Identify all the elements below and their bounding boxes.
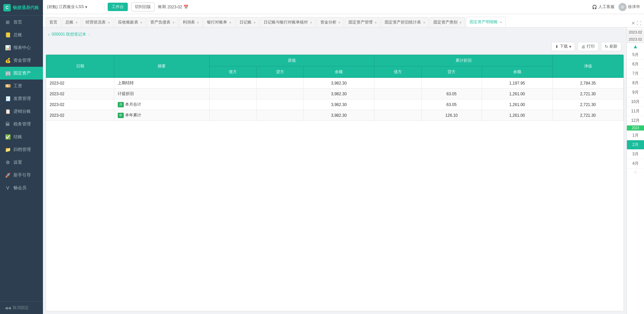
sidebar-item-vip[interactable]: V 畅会员 [0,181,43,194]
tab-fa-detail-label: 固定资产明细账 [470,19,498,25]
cell-net-value: 2,721.30 [552,110,623,121]
month-6[interactable]: 6月 [627,60,644,69]
workbench-button[interactable]: 工作台 [108,3,128,11]
sidebar-item-reports-label: 报表中心 [13,45,31,51]
close-all-icon[interactable]: ✕ [631,20,635,26]
month-11[interactable]: 11月 [627,107,644,116]
username: 徐泽华 [628,4,640,10]
tax-icon: 🏛 [5,121,11,127]
sidebar-item-closing[interactable]: ✅ 结账 [0,130,43,143]
tab-profit-close[interactable]: × [197,20,199,24]
tab-fa-category-close[interactable]: × [460,20,462,24]
tab-balance-sheet-close[interactable]: × [172,20,174,24]
month-4[interactable]: 4月 [627,159,644,168]
company-selector[interactable]: (劝勉) 江西服业-LSS ▾ [47,4,101,10]
tab-bank-statement-close[interactable]: × [229,20,231,24]
th-accum-debit: 借方 [374,66,421,78]
avatar: 徐 [619,3,627,11]
unpin-button[interactable]: ◀◀ 取消固定 [0,301,43,314]
tab-fa-depreciation-close[interactable]: × [423,20,425,24]
switch-version-button[interactable]: 切到旧版 [131,2,155,11]
sidebar-item-tax-label: 税务管理 [13,121,31,127]
cell-date: 2023-02 [46,89,114,99]
month-1[interactable]: 1月 [627,131,644,140]
breadcrumb-prev-icon[interactable]: ‹ [48,32,50,37]
breadcrumb-item[interactable]: 000001 联想笔记本 [52,32,86,37]
tab-profit[interactable]: 利润表 × [179,17,203,27]
month-5[interactable]: 5月 [627,50,644,60]
tab-fa-management-close[interactable]: × [375,20,377,24]
tab-fa-category[interactable]: 固定资产类别 × [430,17,465,27]
tab-business-status-close[interactable]: × [108,20,110,24]
tab-aging-close[interactable]: × [140,20,142,24]
tab-ledger[interactable]: 总账 × [62,17,81,27]
cell-orig-debit [209,110,256,121]
cell-orig-credit [256,78,303,89]
tab-home-label: 首页 [49,19,57,25]
tab-business-status[interactable]: 经营状况表 × [82,17,113,27]
tab-fund-analysis-close[interactable]: × [338,20,340,24]
tab-balance-sheet[interactable]: 资产负债表 × [147,17,178,27]
sidebar-item-ledger[interactable]: 📒 总账 [0,29,43,41]
print-label: 打印 [587,44,595,49]
download-label: 下载 [560,44,568,49]
download-icon: ⬇ [555,44,558,49]
archive-icon: 📁 [5,147,11,152]
cell-desc: 月本月合计 [114,99,209,110]
sidebar-item-fixed-assets[interactable]: 🏢 固定资产 [0,67,43,80]
tab-fa-detail-close[interactable]: × [500,20,502,24]
tab-fa-management[interactable]: 固定资产管理 × [345,17,380,27]
tab-journal-verify-close[interactable]: × [310,20,312,24]
tab-ledger-close[interactable]: × [75,20,77,24]
th-orig-balance: 余额 [304,66,374,78]
tab-ledger-label: 总账 [65,19,73,25]
tab-profit-label: 利润表 [183,19,195,25]
sidebar-item-settings[interactable]: ⚙ 设置 [0,156,43,169]
tab-fa-depreciation[interactable]: 固定资产折旧统计表 × [381,17,429,27]
month-12[interactable]: 12月 [627,116,644,125]
tab-journal-close[interactable]: × [254,20,256,24]
month-7[interactable]: 7月 [627,69,644,78]
breadcrumb-next-icon[interactable]: › [88,32,90,37]
sidebar-item-invoice[interactable]: 🧾 发票管理 [0,92,43,105]
tab-bank-statement[interactable]: 银行对账单 × [203,17,235,27]
tab-fund-analysis[interactable]: 资金分析 × [317,17,344,27]
user-profile[interactable]: 徐 徐泽华 [619,3,640,11]
print-button[interactable]: 🖨 打印 [578,42,598,51]
download-button[interactable]: ⬇ 下载 ▾ [551,42,575,51]
sidebar-item-tax[interactable]: 🏛 税务管理 [0,118,43,130]
scroll-up-button[interactable]: ▲ [632,43,639,50]
divider [104,4,104,10]
tab-journal-verify[interactable]: 日记账与银行对账单核对 × [260,17,316,27]
period-value: 2023-02 [167,5,182,9]
tab-fa-detail[interactable]: 固定资产明细账 × [466,17,505,27]
month-9[interactable]: 9月 [627,88,644,97]
sidebar-item-closing-label: 结账 [13,134,22,140]
month-8[interactable]: 8月 [627,78,644,88]
sidebar-item-guide[interactable]: 🚀 新手引导 [0,169,43,181]
sidebar-item-purchase-sales[interactable]: 📋 进销台账 [0,105,43,118]
refresh-button[interactable]: ↻ 刷新 [601,42,621,51]
tab-balance-sheet-label: 资产负债表 [150,19,170,25]
cell-net-value: 2,721.30 [552,99,623,110]
customer-service[interactable]: 🎧 人工客服 [592,4,614,10]
funds-icon: 💰 [5,58,11,63]
chevron-down-icon: ▾ [569,44,571,49]
scroll-down-button[interactable]: ○ [633,168,638,176]
month-3[interactable]: 3月 [627,150,644,159]
sidebar-item-archive-label: 归档管理 [13,147,31,153]
sidebar-item-archive[interactable]: 📁 归档管理 [0,143,43,156]
tab-aging[interactable]: 应收账龄表 × [114,17,146,27]
month-2[interactable]: 2月 [627,140,644,150]
refresh-icon: ↻ [605,44,608,49]
month-10[interactable]: 10月 [627,97,644,107]
sidebar-item-invoice-label: 发票管理 [13,96,31,102]
sidebar-item-payroll[interactable]: 💴 工资 [0,80,43,92]
sidebar-item-reports[interactable]: 📊 报表中心 [0,41,43,54]
sidebar-item-home[interactable]: ⊞ 首页 [0,16,43,29]
tab-home[interactable]: 首页 [46,17,61,27]
cell-orig-balance: 3,982.30 [304,110,374,121]
sidebar-item-funds[interactable]: 💰 资金管理 [0,54,43,67]
maximize-icon[interactable]: ⛶ [637,20,641,26]
tab-journal[interactable]: 日记账 × [236,17,259,27]
